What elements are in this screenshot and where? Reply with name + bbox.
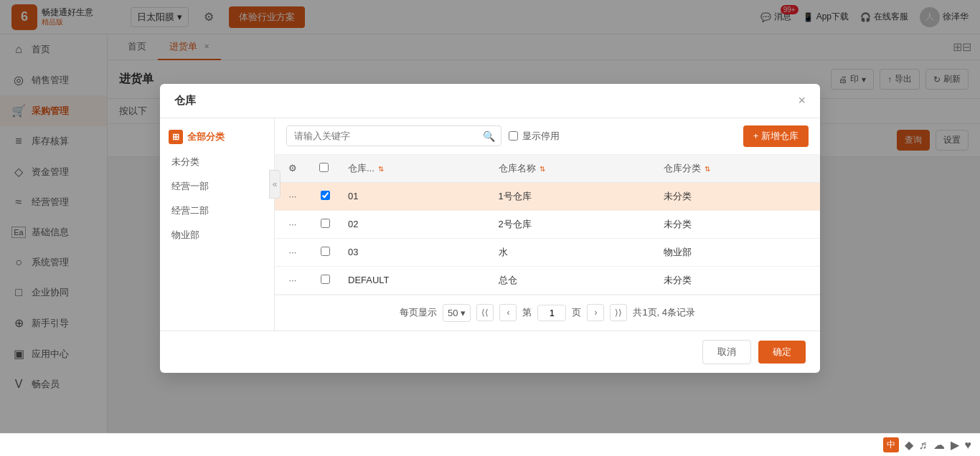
- search-icon: 🔍: [477, 130, 501, 142]
- bottombar: 中 ◆ ♬ ☁ ▶ ♥: [0, 433, 980, 456]
- category-column-header: 仓库分类 ⇅: [655, 155, 820, 183]
- chevron-down-icon: ▾: [461, 308, 466, 318]
- search-input[interactable]: [287, 126, 477, 146]
- bottom-icon-heart[interactable]: ♥: [965, 439, 972, 452]
- code-sort-icon: ⇅: [378, 165, 384, 173]
- category-uncategorized[interactable]: 未分类: [160, 150, 274, 174]
- row-name: 2号仓库: [490, 210, 655, 238]
- page-number-input[interactable]: [537, 305, 566, 321]
- row-num: [311, 238, 339, 266]
- table-row[interactable]: ··· 01 1号仓库 未分类: [275, 182, 820, 210]
- bottom-icon-cloud[interactable]: ☁: [933, 438, 945, 452]
- row-gear[interactable]: ···: [275, 266, 311, 294]
- name-sort-icon: ⇅: [540, 165, 545, 173]
- add-warehouse-button[interactable]: + 新增仓库: [743, 125, 809, 147]
- row-checkbox[interactable]: [321, 219, 330, 228]
- table-row[interactable]: ··· DEFAULT 总仓 未分类: [275, 266, 820, 294]
- cancel-button[interactable]: 取消: [702, 340, 751, 364]
- modal-close-button[interactable]: ×: [798, 94, 806, 107]
- modal-title: 仓库: [174, 94, 196, 108]
- bottom-icon-cn[interactable]: 中: [883, 437, 899, 452]
- collapse-icon[interactable]: «: [269, 170, 275, 199]
- warehouse-table: ⚙ 仓库... ⇅ 仓库名称 ⇅: [275, 155, 820, 295]
- row-gear[interactable]: ···: [275, 210, 311, 238]
- category-dept2[interactable]: 经营二部: [160, 199, 274, 223]
- row-category: 未分类: [655, 266, 820, 294]
- first-page-button[interactable]: ⟨⟨: [476, 304, 494, 321]
- row-name: 水: [490, 238, 655, 266]
- search-box: 🔍: [286, 125, 501, 146]
- bottom-icon-play[interactable]: ▶: [951, 438, 959, 452]
- all-categories-item[interactable]: ⊞ 全部分类: [160, 124, 274, 150]
- row-num: [311, 182, 339, 210]
- pagination: 每页显示 50 ▾ ⟨⟨ ‹ 第 页 › ⟩⟩ 共1页, 4条记录: [275, 295, 820, 331]
- modal-main: 🔍 显示停用 + 新增仓库 ⚙: [275, 118, 820, 331]
- row-category: 未分类: [655, 210, 820, 238]
- next-page-button[interactable]: ›: [587, 304, 604, 321]
- row-checkbox[interactable]: [321, 247, 330, 256]
- row-num: [311, 266, 339, 294]
- row-category: 未分类: [655, 182, 820, 210]
- row-code: 03: [339, 238, 490, 266]
- row-num: [311, 210, 339, 238]
- modal-overlay[interactable]: 仓库 × ⊞ 全部分类 « 未分类 经营一部 经营二部: [0, 0, 980, 456]
- row-name: 总仓: [490, 266, 655, 294]
- modal-toolbar: 🔍 显示停用 + 新增仓库: [275, 118, 820, 155]
- show-disabled-checkbox[interactable]: 显示停用: [509, 130, 560, 143]
- modal-footer: 取消 确定: [160, 331, 820, 373]
- checkbox-column-header: [311, 155, 339, 183]
- row-category: 物业部: [655, 238, 820, 266]
- row-code: 01: [339, 182, 490, 210]
- modal-body: ⊞ 全部分类 « 未分类 经营一部 经营二部 物业部: [160, 118, 820, 331]
- last-page-button[interactable]: ⟩⟩: [610, 304, 627, 321]
- row-code: 02: [339, 210, 490, 238]
- table-row[interactable]: ··· 03 水 物业部: [275, 238, 820, 266]
- row-checkbox[interactable]: [321, 275, 330, 284]
- category-property[interactable]: 物业部: [160, 223, 274, 247]
- modal-header: 仓库 ×: [160, 84, 820, 118]
- confirm-button[interactable]: 确定: [758, 341, 806, 364]
- categories-icon: ⊞: [169, 130, 183, 144]
- table-header: ⚙ 仓库... ⇅ 仓库名称 ⇅: [275, 155, 820, 183]
- row-code: DEFAULT: [339, 266, 490, 294]
- table-row[interactable]: ··· 02 2号仓库 未分类: [275, 210, 820, 238]
- modal-categories: ⊞ 全部分类 « 未分类 经营一部 经营二部 物业部: [160, 118, 275, 331]
- row-gear[interactable]: ···: [275, 238, 311, 266]
- per-page-select[interactable]: 50 ▾: [443, 304, 471, 322]
- row-name: 1号仓库: [490, 182, 655, 210]
- prev-page-button[interactable]: ‹: [499, 304, 517, 321]
- disabled-checkbox[interactable]: [509, 131, 518, 141]
- code-column-header: 仓库... ⇅: [339, 155, 490, 183]
- category-sort-icon: ⇅: [705, 165, 710, 173]
- row-checkbox[interactable]: [321, 191, 330, 200]
- warehouse-modal: 仓库 × ⊞ 全部分类 « 未分类 经营一部 经营二部: [160, 84, 820, 373]
- bottom-icon-diamond[interactable]: ◆: [905, 438, 913, 452]
- name-column-header: 仓库名称 ⇅: [490, 155, 655, 183]
- bottom-icon-music[interactable]: ♬: [919, 439, 928, 452]
- select-all-checkbox[interactable]: [319, 163, 329, 172]
- category-dept1[interactable]: 经营一部: [160, 174, 274, 199]
